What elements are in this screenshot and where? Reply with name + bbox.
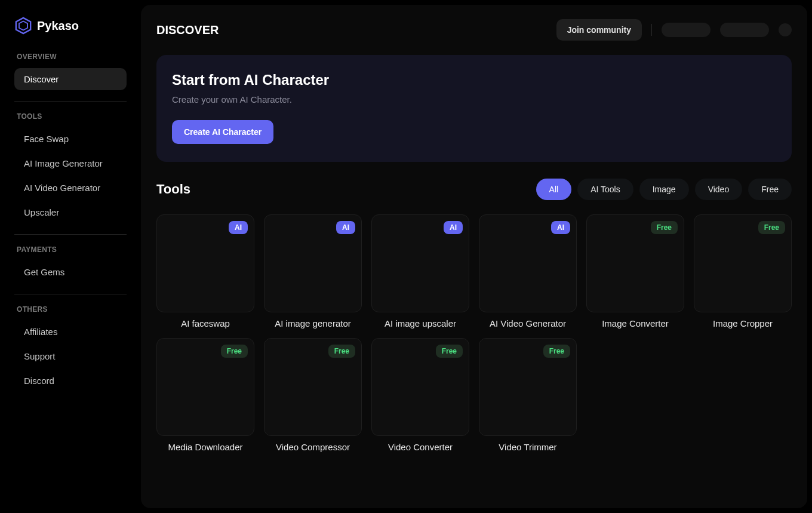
badge-ai: AI (444, 221, 463, 234)
tools-header: Tools All AI Tools Image Video Free (156, 179, 792, 200)
tool-card-label: Image Converter (586, 318, 684, 328)
badge-free: Free (221, 345, 248, 358)
sidebar-item-support[interactable]: Support (14, 345, 127, 367)
svg-marker-1 (19, 21, 27, 30)
tool-card-thumb: Free (694, 214, 792, 312)
tool-card-thumb: AI (479, 214, 577, 312)
section-label-others: OTHERS (14, 305, 127, 314)
sidebar: Pykaso OVERVIEW Discover TOOLS Face Swap… (0, 0, 141, 513)
logo[interactable]: Pykaso (14, 17, 127, 35)
badge-ai: AI (551, 221, 570, 234)
badge-ai: AI (229, 221, 248, 234)
tool-card-thumb: Free (586, 214, 684, 312)
section-label-tools: TOOLS (14, 112, 127, 121)
tool-card-label: Video Compressor (264, 442, 362, 452)
tool-card-thumb: AI (156, 214, 254, 312)
create-ai-character-button[interactable]: Create AI Character (172, 120, 273, 144)
skeleton-placeholder (779, 23, 792, 36)
skeleton-placeholder (720, 23, 769, 37)
tool-card-label: Video Converter (371, 442, 469, 452)
tool-card-thumb: Free (156, 338, 254, 436)
sidebar-item-upscaler[interactable]: Upscaler (14, 201, 127, 223)
tool-card-label: AI Video Generator (479, 318, 577, 328)
skeleton-placeholder (662, 23, 710, 37)
badge-free: Free (436, 345, 463, 358)
page-title: DISCOVER (156, 23, 219, 37)
filter-all[interactable]: All (536, 179, 572, 200)
sidebar-item-discord[interactable]: Discord (14, 370, 127, 392)
tool-card-thumb: AI (264, 214, 362, 312)
tool-card-thumb: AI (371, 214, 469, 312)
divider (14, 294, 127, 294)
join-community-button[interactable]: Join community (556, 19, 642, 41)
badge-ai: AI (336, 221, 355, 234)
tool-card[interactable]: FreeVideo Trimmer (479, 338, 577, 452)
tool-card[interactable]: AIAI image upscaler (371, 214, 469, 328)
tool-card-label: AI faceswap (156, 318, 254, 328)
tools-title: Tools (156, 182, 190, 197)
filter-free[interactable]: Free (748, 179, 792, 200)
divider (14, 101, 127, 102)
tool-card[interactable]: FreeMedia Downloader (156, 338, 254, 452)
tool-card[interactable]: FreeVideo Converter (371, 338, 469, 452)
logo-text: Pykaso (37, 19, 79, 33)
divider (14, 234, 127, 235)
divider (651, 24, 652, 36)
main-content: DISCOVER Join community Start from AI Ch… (141, 5, 807, 508)
sidebar-item-ai-video-generator[interactable]: AI Video Generator (14, 177, 127, 199)
badge-free: Free (651, 221, 678, 234)
sidebar-item-discover[interactable]: Discover (14, 68, 127, 90)
tool-card-label: AI image upscaler (371, 318, 469, 328)
tool-card[interactable]: AIAI Video Generator (479, 214, 577, 328)
badge-free: Free (328, 345, 355, 358)
tool-card-thumb: Free (479, 338, 577, 436)
hero-banner: Start from AI Character Create your own … (156, 55, 792, 162)
sidebar-item-face-swap[interactable]: Face Swap (14, 128, 127, 150)
tool-card[interactable]: AIAI faceswap (156, 214, 254, 328)
topbar: DISCOVER Join community (141, 5, 807, 55)
filter-group: All AI Tools Image Video Free (536, 179, 792, 200)
tool-card[interactable]: FreeVideo Compressor (264, 338, 362, 452)
tools-grid: AIAI faceswapAIAI image generatorAIAI im… (156, 214, 792, 452)
section-label-overview: OVERVIEW (14, 53, 127, 61)
filter-image[interactable]: Image (639, 179, 689, 200)
sidebar-item-get-gems[interactable]: Get Gems (14, 261, 127, 283)
tool-card-thumb: Free (264, 338, 362, 436)
badge-free: Free (758, 221, 785, 234)
tool-card-label: Image Cropper (694, 318, 792, 328)
filter-ai-tools[interactable]: AI Tools (577, 179, 633, 200)
sidebar-item-affiliates[interactable]: Affiliates (14, 321, 127, 343)
tool-card[interactable]: FreeImage Converter (586, 214, 684, 328)
tool-card-label: Media Downloader (156, 442, 254, 452)
tool-card-label: AI image generator (264, 318, 362, 328)
section-label-payments: PAYMENTS (14, 245, 127, 254)
hero-subtitle: Create your own AI Character. (172, 94, 776, 105)
logo-icon (14, 17, 32, 35)
svg-marker-0 (16, 18, 30, 33)
tool-card-label: Video Trimmer (479, 442, 577, 452)
tool-card[interactable]: AIAI image generator (264, 214, 362, 328)
tool-card[interactable]: FreeImage Cropper (694, 214, 792, 328)
tool-card-thumb: Free (371, 338, 469, 436)
filter-video[interactable]: Video (695, 179, 743, 200)
hero-title: Start from AI Character (172, 72, 776, 88)
badge-free: Free (543, 345, 570, 358)
sidebar-item-ai-image-generator[interactable]: AI Image Generator (14, 152, 127, 174)
